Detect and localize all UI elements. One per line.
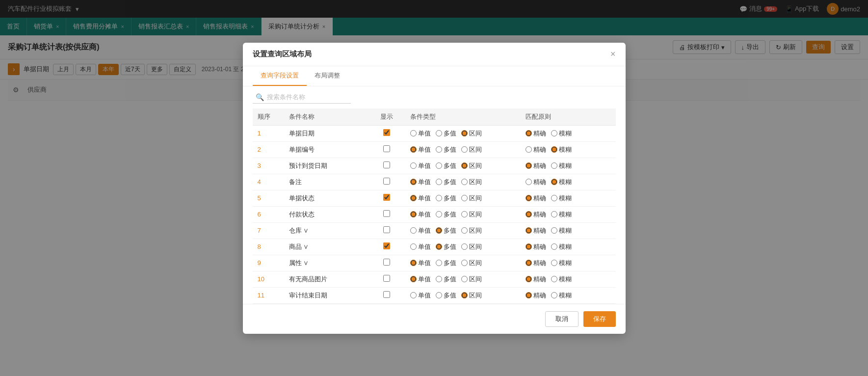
row-display-checkbox-10[interactable] [383, 291, 390, 298]
row-match-radio-6-0[interactable] [526, 227, 532, 234]
row-type-radio-7-2[interactable] [461, 243, 468, 250]
row-match-option-7-0[interactable]: 精确 [526, 242, 546, 251]
row-type-radio-0-0[interactable] [410, 130, 417, 136]
row-match-option-5-1[interactable]: 模糊 [551, 210, 572, 219]
row-display-checkbox-6[interactable] [383, 226, 390, 233]
row-type-option-9-0[interactable]: 单值 [410, 275, 431, 284]
row-type-option-6-0[interactable]: 单值 [410, 226, 431, 235]
row-match-radio-9-0[interactable] [526, 276, 532, 282]
row-type-option-5-0[interactable]: 单值 [410, 210, 431, 219]
row-type-option-0-1[interactable]: 多值 [436, 129, 456, 138]
row-display-checkbox-0[interactable] [383, 129, 390, 136]
row-type-option-3-2[interactable]: 区间 [461, 178, 482, 187]
row-match-option-2-0[interactable]: 精确 [526, 161, 546, 170]
row-type-radio-10-2[interactable] [461, 292, 468, 298]
row-match-radio-1-0[interactable] [526, 146, 532, 153]
row-match-radio-7-1[interactable] [551, 243, 557, 250]
row-type-radio-0-1[interactable] [436, 130, 442, 136]
row-type-option-5-2[interactable]: 区间 [461, 210, 482, 219]
row-display-checkbox-9[interactable] [383, 275, 390, 282]
row-type-radio-5-1[interactable] [436, 211, 442, 217]
row-display-8[interactable] [368, 255, 405, 271]
row-match-radio-0-0[interactable] [526, 130, 532, 136]
row-type-option-10-0[interactable]: 单值 [410, 291, 431, 300]
row-type-radio-2-0[interactable] [410, 162, 417, 169]
row-match-option-9-0[interactable]: 精确 [526, 275, 546, 284]
row-display-10[interactable] [368, 287, 405, 303]
row-match-radio-8-1[interactable] [551, 260, 557, 266]
row-type-option-2-2[interactable]: 区间 [461, 161, 482, 170]
row-type-option-4-0[interactable]: 单值 [410, 194, 431, 203]
row-match-option-4-1[interactable]: 模糊 [551, 194, 572, 203]
row-match-option-6-1[interactable]: 模糊 [551, 226, 572, 235]
row-type-option-1-2[interactable]: 区间 [461, 145, 482, 154]
row-type-option-6-1[interactable]: 多值 [436, 226, 456, 235]
row-match-radio-1-1[interactable] [551, 146, 557, 153]
row-type-radio-4-0[interactable] [410, 195, 417, 201]
row-match-option-2-1[interactable]: 模糊 [551, 161, 572, 170]
row-display-6[interactable] [368, 222, 405, 239]
row-type-option-8-0[interactable]: 单值 [410, 259, 431, 268]
row-type-radio-6-2[interactable] [461, 227, 468, 234]
row-type-option-7-2[interactable]: 区间 [461, 242, 482, 251]
row-type-option-3-1[interactable]: 多值 [436, 178, 456, 187]
row-type-radio-4-1[interactable] [436, 195, 442, 201]
row-match-radio-8-0[interactable] [526, 260, 532, 266]
row-type-radio-10-1[interactable] [436, 292, 442, 298]
row-match-option-0-1[interactable]: 模糊 [551, 129, 572, 138]
row-type-option-0-0[interactable]: 单值 [410, 129, 431, 138]
row-match-option-8-0[interactable]: 精确 [526, 259, 546, 268]
modal-tab-query-fields[interactable]: 查询字段设置 [253, 66, 307, 86]
row-type-option-1-1[interactable]: 多值 [436, 145, 456, 154]
row-type-option-3-0[interactable]: 单值 [410, 178, 431, 187]
row-match-option-9-1[interactable]: 模糊 [551, 275, 572, 284]
row-type-radio-7-0[interactable] [410, 243, 417, 250]
row-type-option-1-0[interactable]: 单值 [410, 145, 431, 154]
row-match-option-8-1[interactable]: 模糊 [551, 259, 572, 268]
row-match-radio-9-1[interactable] [551, 276, 557, 282]
row-display-9[interactable] [368, 271, 405, 287]
row-type-radio-9-2[interactable] [461, 276, 468, 282]
row-type-radio-6-1[interactable] [436, 227, 442, 234]
row-display-checkbox-5[interactable] [383, 210, 390, 217]
row-match-radio-10-1[interactable] [551, 292, 557, 298]
row-type-radio-8-0[interactable] [410, 260, 417, 266]
row-type-radio-5-0[interactable] [410, 211, 417, 217]
row-match-radio-2-0[interactable] [526, 162, 532, 169]
row-type-radio-1-0[interactable] [410, 146, 417, 153]
cancel-btn[interactable]: 取消 [545, 311, 579, 327]
row-match-radio-4-1[interactable] [551, 195, 557, 201]
row-display-checkbox-1[interactable] [383, 145, 390, 152]
row-type-radio-4-2[interactable] [461, 195, 468, 201]
row-type-option-7-1[interactable]: 多值 [436, 242, 456, 251]
row-type-option-7-0[interactable]: 单值 [410, 242, 431, 251]
row-type-radio-7-1[interactable] [436, 243, 442, 250]
row-type-radio-0-2[interactable] [461, 130, 468, 136]
row-match-option-5-0[interactable]: 精确 [526, 210, 546, 219]
row-match-radio-5-0[interactable] [526, 211, 532, 217]
row-match-option-1-1[interactable]: 模糊 [551, 145, 572, 154]
row-match-radio-6-1[interactable] [551, 227, 557, 234]
row-type-option-9-1[interactable]: 多值 [436, 275, 456, 284]
row-type-option-9-2[interactable]: 区间 [461, 275, 482, 284]
row-type-option-2-0[interactable]: 单值 [410, 161, 431, 170]
row-type-radio-2-1[interactable] [436, 162, 442, 169]
row-display-checkbox-7[interactable] [383, 242, 390, 249]
row-type-radio-8-2[interactable] [461, 260, 468, 266]
row-match-option-10-1[interactable]: 模糊 [551, 291, 572, 300]
row-match-radio-0-1[interactable] [551, 130, 557, 136]
row-type-radio-1-1[interactable] [436, 146, 442, 153]
modal-tab-layout[interactable]: 布局调整 [307, 66, 348, 86]
row-match-radio-3-1[interactable] [551, 179, 557, 185]
row-display-checkbox-8[interactable] [383, 259, 390, 266]
row-type-option-10-2[interactable]: 区间 [461, 291, 482, 300]
row-type-radio-8-1[interactable] [436, 260, 442, 266]
row-type-option-2-1[interactable]: 多值 [436, 161, 456, 170]
row-type-option-6-2[interactable]: 区间 [461, 226, 482, 235]
row-match-radio-3-0[interactable] [526, 179, 532, 185]
row-display-checkbox-4[interactable] [383, 194, 390, 201]
row-display-5[interactable] [368, 206, 405, 222]
row-match-radio-10-0[interactable] [526, 292, 532, 298]
row-type-radio-3-2[interactable] [461, 179, 468, 185]
row-type-radio-1-2[interactable] [461, 146, 468, 153]
